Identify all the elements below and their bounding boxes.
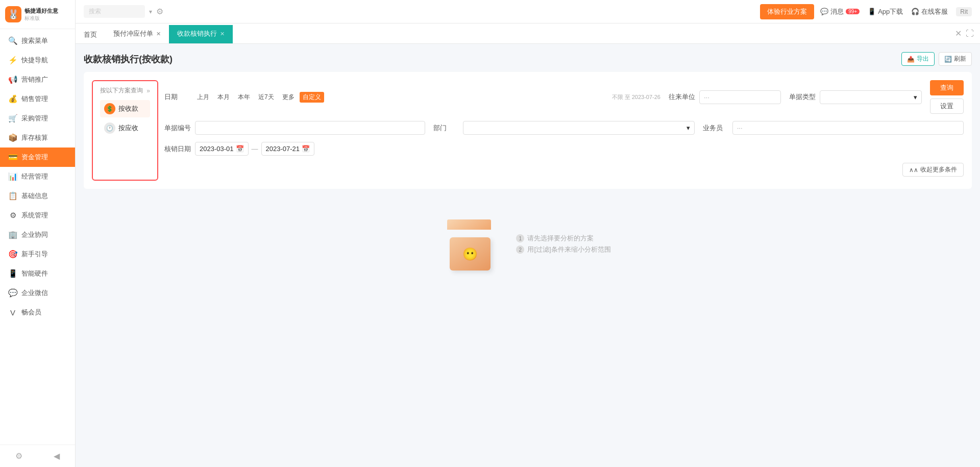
wechat-icon: 💬 bbox=[8, 288, 17, 298]
tab-expand-icon[interactable]: ⛶ bbox=[966, 29, 974, 38]
hint-num-1: 1 bbox=[516, 234, 524, 242]
department-group: 部门 ▾ bbox=[433, 121, 694, 135]
tabbar-controls: ✕ ⛶ bbox=[949, 23, 980, 43]
counterparty-group: 往来单位 ··· bbox=[669, 90, 781, 104]
staff-input[interactable]: ··· bbox=[732, 121, 964, 135]
action-buttons: 查询 设置 bbox=[930, 80, 964, 114]
topbar-search-area: 搜索 ▾ ⚙ bbox=[84, 5, 754, 18]
sidebar-item-inventory[interactable]: 📦库存核算 bbox=[0, 128, 75, 148]
empty-content: 😶 1 请先选择要分析的方案 2 用[过滤]条件来缩小分析范围 bbox=[445, 219, 610, 271]
topbar-gear-icon[interactable]: ⚙ bbox=[156, 7, 163, 16]
logo-text: 畅捷通好生意 标准版 bbox=[24, 7, 58, 22]
writeoff-end-date[interactable]: 2023-07-21 📅 bbox=[261, 142, 315, 156]
voucher-type-select[interactable]: ▾ bbox=[820, 90, 922, 104]
filter-row-3: 核销日期 2023-03-01 📅 — 2023-07-21 📅 bbox=[164, 142, 964, 156]
topbar-dropdown-icon[interactable]: ▾ bbox=[149, 8, 152, 15]
query-by-receivable[interactable]: 🕐 按应收 bbox=[100, 119, 150, 137]
system-icon: ⚙ bbox=[8, 211, 17, 220]
operation-icon: 📊 bbox=[8, 172, 17, 181]
quick-7days[interactable]: 近7天 bbox=[255, 92, 277, 103]
sidebar-item-quick[interactable]: ⚡快捷导航 bbox=[0, 51, 75, 70]
tab-home[interactable]: 首页 bbox=[76, 26, 105, 43]
query-type-box: 按以下方案查询 » 💲 按收款 🕐 按应收 bbox=[92, 80, 158, 181]
sidebar-item-basic[interactable]: 📋基础信息 bbox=[0, 186, 75, 206]
writeoff-start-date[interactable]: 2023-03-01 📅 bbox=[195, 142, 249, 156]
sidebar-item-sales[interactable]: 💰销售管理 bbox=[0, 89, 75, 109]
settings-icon[interactable]: ⚙ bbox=[11, 449, 27, 463]
nav-label-wechat: 企业微信 bbox=[21, 288, 48, 298]
sidebar-item-operation[interactable]: 📊经营管理 bbox=[0, 167, 75, 186]
topbar: 搜索 ▾ ⚙ 体验行业方案 💬 消息 99+ 📱 App下载 🎧 在线客服 Ri… bbox=[76, 0, 980, 23]
quick-more[interactable]: 更多 bbox=[279, 92, 298, 103]
nav-label-sales: 销售管理 bbox=[21, 94, 48, 104]
hint-2: 2 用[过滤]条件来缩小分析范围 bbox=[516, 245, 610, 254]
collapse-icon[interactable]: ◀ bbox=[50, 449, 64, 463]
sidebar-item-enterprise[interactable]: 🏢企业协同 bbox=[0, 225, 75, 244]
nav-label-member: 畅会员 bbox=[21, 308, 41, 317]
export-icon: 📤 bbox=[907, 56, 915, 63]
quick-icon: ⚡ bbox=[8, 56, 17, 65]
sales-icon: 💰 bbox=[8, 94, 17, 104]
sidebar-item-wechat[interactable]: 💬企业微信 bbox=[0, 283, 75, 303]
collapse-row: ∧∧ 收起更多条件 bbox=[164, 163, 964, 177]
inventory-icon: 📦 bbox=[8, 133, 17, 142]
voucher-no-input[interactable] bbox=[195, 121, 425, 135]
message-item[interactable]: 💬 消息 99+ bbox=[820, 7, 860, 16]
search-icon: 🔍 bbox=[8, 36, 17, 45]
counterparty-input[interactable]: ··· bbox=[699, 90, 781, 104]
prepay-tab-label: 预付冲应付单 bbox=[113, 29, 153, 38]
department-select[interactable]: ▾ bbox=[463, 121, 694, 135]
app-icon: 📱 bbox=[868, 8, 876, 15]
nav-label-purchase: 采购管理 bbox=[21, 114, 48, 123]
tab-prepay[interactable]: 预付冲应付单 ✕ bbox=[105, 25, 169, 43]
logo-icon: 🐰 bbox=[5, 6, 21, 22]
quick-this-month[interactable]: 本月 bbox=[214, 92, 233, 103]
hardware-icon: 📱 bbox=[8, 269, 17, 278]
sidebar-item-purchase[interactable]: 🛒采购管理 bbox=[0, 109, 75, 128]
empty-state: 😶 1 请先选择要分析的方案 2 用[过滤]条件来缩小分析范围 bbox=[84, 219, 972, 271]
app-download-item[interactable]: 📱 App下载 bbox=[868, 7, 903, 16]
sidebar-item-guide[interactable]: 🎯新手引导 bbox=[0, 244, 75, 264]
writeoff-date-group: 核销日期 2023-03-01 📅 — 2023-07-21 📅 bbox=[164, 142, 964, 156]
quick-last-month[interactable]: 上月 bbox=[194, 92, 212, 103]
sidebar-item-search[interactable]: 🔍搜索菜单 bbox=[0, 31, 75, 51]
nav-label-operation: 经营管理 bbox=[21, 172, 48, 181]
sidebar-item-hardware[interactable]: 📱智能硬件 bbox=[0, 264, 75, 283]
marketing-icon: 📢 bbox=[8, 75, 17, 84]
prepay-tab-close[interactable]: ✕ bbox=[156, 31, 161, 37]
calendar-start-icon: 📅 bbox=[236, 145, 244, 153]
enterprise-icon: 🏢 bbox=[8, 230, 17, 239]
nav-label-system: 系统管理 bbox=[21, 211, 48, 220]
sidebar-item-marketing[interactable]: 📢营销推广 bbox=[0, 70, 75, 89]
industry-btn[interactable]: 体验行业方案 bbox=[760, 4, 814, 19]
writeoff-date-range: 2023-03-01 📅 — 2023-07-21 📅 bbox=[195, 142, 314, 156]
sidebar-item-member[interactable]: V畅会员 bbox=[0, 303, 75, 322]
page-title: 收款核销执行(按收款) bbox=[84, 53, 173, 65]
query-by-receipt[interactable]: 💲 按收款 bbox=[100, 100, 150, 117]
dept-chevron-icon: ▾ bbox=[687, 124, 690, 132]
query-button[interactable]: 查询 bbox=[930, 80, 964, 95]
sidebar-bottom: ⚙ ◀ bbox=[0, 445, 75, 467]
nav-label-finance: 资金管理 bbox=[21, 153, 48, 162]
setting-button[interactable]: 设置 bbox=[930, 99, 964, 114]
tab-close-all-icon[interactable]: ✕ bbox=[955, 29, 962, 38]
date-group: 日期 上月 本月 本年 近7天 更多 自定义 bbox=[164, 92, 604, 103]
voucher-type-label: 单据类型 bbox=[789, 92, 816, 102]
staff-label: 业务员 bbox=[703, 124, 728, 133]
refresh-button[interactable]: 🔄 刷新 bbox=[939, 52, 972, 66]
quick-this-year[interactable]: 本年 bbox=[235, 92, 253, 103]
quick-custom[interactable]: 自定义 bbox=[300, 92, 324, 103]
sidebar: 🐰 畅捷通好生意 标准版 🔍搜索菜单⚡快捷导航📢营销推广💰销售管理🛒采购管理📦库… bbox=[0, 0, 76, 467]
department-label: 部门 bbox=[433, 124, 459, 133]
sidebar-item-system[interactable]: ⚙系统管理 bbox=[0, 206, 75, 225]
collapse-button[interactable]: ∧∧ 收起更多条件 bbox=[902, 163, 964, 177]
nav-label-inventory: 库存核算 bbox=[21, 133, 48, 142]
quick-dates: 上月 本月 本年 近7天 更多 自定义 bbox=[194, 92, 324, 103]
receivable-tab-close[interactable]: ✕ bbox=[220, 31, 225, 37]
online-service-item[interactable]: 🎧 在线客服 bbox=[911, 7, 948, 16]
query-type-collapse-icon[interactable]: » bbox=[146, 87, 150, 94]
sidebar-item-finance[interactable]: 💳资金管理 bbox=[0, 148, 75, 167]
export-button[interactable]: 📤 导出 bbox=[901, 52, 935, 66]
user-avatar[interactable]: Rit bbox=[956, 7, 972, 16]
tab-receivable[interactable]: 收款核销执行 ✕ bbox=[169, 25, 233, 43]
